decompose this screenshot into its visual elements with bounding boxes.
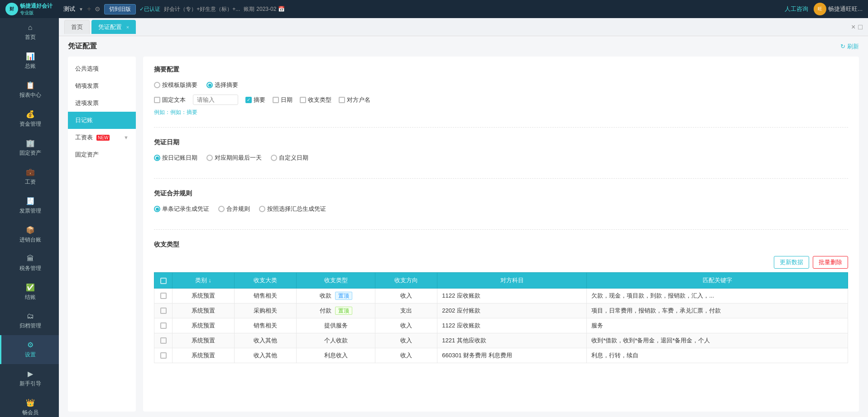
table-row: 系统预置 销售相关 提供服务 收入 1122 应收账款 服务 xyxy=(154,318,848,333)
sidebar-item-ledger[interactable]: 📊 总账 xyxy=(0,47,59,76)
batch-delete-button[interactable]: 批量删除 xyxy=(813,256,848,269)
settings-icon[interactable]: ⚙ xyxy=(95,5,101,13)
td-keywords: 收到*借款，收到*备用金，退回*备用金，个人 xyxy=(587,333,848,348)
topbar-right: 人工咨询 旺 畅捷通旺旺... xyxy=(785,3,863,15)
th-direction: 收支方向 xyxy=(375,273,437,289)
left-nav-public[interactable]: 公共选项 xyxy=(68,60,136,77)
tab-close-icon[interactable]: × xyxy=(126,24,129,30)
radio-period-last-day[interactable]: 对应期间最后一天 xyxy=(206,154,262,162)
checkbox-box-fixed xyxy=(154,97,160,103)
radio-single-record[interactable]: 单条记录生成凭证 xyxy=(154,205,209,213)
update-data-button[interactable]: 更新数据 xyxy=(774,256,809,269)
switch-version-button[interactable]: 切到旧版 xyxy=(104,4,136,14)
sidebar-item-label: 首页 xyxy=(25,33,36,41)
summary-checkbox-row: 固定文本 ✓ 摘要 日期 xyxy=(154,95,848,105)
sidebar-item-assets[interactable]: 🏢 固定资产 xyxy=(0,133,59,162)
date-section-title: 凭证日期 xyxy=(154,138,848,147)
left-nav: 公共选项 销项发票 进项发票 日记账 工资表 NEW ▼ xyxy=(68,57,136,412)
sidebar-item-archive[interactable]: 🗂 归档管理 xyxy=(0,307,59,335)
product-tags: 好会计（专）+好生意（标）+... xyxy=(164,5,240,13)
content-area: 首页 凭证配置 × × □ 凭证配置 ↻ 刷新 xyxy=(59,18,868,417)
td-type: 付款 置顶 xyxy=(297,303,375,318)
funds-icon: 💰 xyxy=(26,110,35,118)
radio-template-summary[interactable]: 按模板版摘要 xyxy=(154,81,197,89)
td-checkbox[interactable] xyxy=(154,289,173,303)
td-checkbox[interactable] xyxy=(154,318,173,333)
certified-badge: ✓已认证 xyxy=(139,5,160,13)
left-nav-journal[interactable]: 日记账 xyxy=(68,112,136,129)
left-nav-fixed-assets[interactable]: 固定资产 xyxy=(68,146,136,163)
td-category: 系统预置 xyxy=(173,303,235,318)
td-checkbox[interactable] xyxy=(154,348,173,363)
income-expense-table: 类别 ↓ 收支大类 收支类型 收支方向 对方科目 匹配关键字 xyxy=(154,272,848,363)
th-checkbox[interactable] xyxy=(154,273,173,289)
sidebar-item-home[interactable]: ⌂ 首页 xyxy=(0,18,59,47)
logo-icon: 财 xyxy=(5,3,18,15)
checkbox-date[interactable]: 日期 xyxy=(273,96,293,104)
fixed-text-input[interactable] xyxy=(193,95,238,105)
sidebar-item-member[interactable]: 👑 畅会员 xyxy=(0,393,59,417)
user-menu[interactable]: 旺 畅捷通旺旺... xyxy=(814,3,863,15)
sidebar-item-label: 归档管理 xyxy=(19,322,41,330)
ledger-icon: 📊 xyxy=(26,52,35,61)
td-keywords: 项目，日常费用，报销款，车费，承兑汇票，付款 xyxy=(587,303,848,318)
td-direction: 收入 xyxy=(375,318,437,333)
period-info: 账期 2023-02 📅 xyxy=(244,5,285,13)
checkbox-box-counterparty xyxy=(339,97,345,103)
tab-maximize-button[interactable]: □ xyxy=(858,23,863,31)
left-nav-salary[interactable]: 工资表 NEW ▼ xyxy=(68,129,136,146)
consult-button[interactable]: 人工咨询 xyxy=(785,5,808,13)
td-major: 收入其他 xyxy=(235,333,297,348)
member-icon: 👑 xyxy=(26,398,35,407)
sidebar-item-close-account[interactable]: ✅ 结账 xyxy=(0,278,59,307)
reports-icon: 📋 xyxy=(26,81,35,90)
td-direction: 收入 xyxy=(375,289,437,303)
page-title: 凭证配置 xyxy=(68,42,97,51)
left-nav-sales[interactable]: 销项发票 xyxy=(68,77,136,95)
radio-custom-date[interactable]: 自定义日期 xyxy=(271,154,308,162)
td-checkbox[interactable] xyxy=(154,333,173,348)
sidebar-item-guide[interactable]: ▶ 新手引导 xyxy=(0,364,59,393)
sidebar-item-salary[interactable]: 💼 工资 xyxy=(0,162,59,191)
radio-summary-generate[interactable]: 按照选择汇总生成凭证 xyxy=(259,205,326,213)
app-logo: 财 畅捷通好会计 专业版 xyxy=(5,2,60,16)
sidebar-item-funds[interactable]: 💰 资金管理 xyxy=(0,104,59,133)
sidebar-item-label: 新手引导 xyxy=(19,380,41,388)
left-nav-purchase[interactable]: 进项发票 xyxy=(68,95,136,112)
sidebar-item-label: 工资 xyxy=(25,178,36,186)
radio-select-summary[interactable]: 选择摘要 xyxy=(206,81,238,89)
checkbox-income-type[interactable]: 收支类型 xyxy=(300,96,331,104)
radio-journal-date[interactable]: 按日记账日期 xyxy=(154,154,197,162)
checkbox-counterparty[interactable]: 对方户名 xyxy=(339,96,370,104)
content-with-nav: 公共选项 销项发票 进项发票 日记账 工资表 NEW ▼ xyxy=(59,51,868,417)
calendar-icon[interactable]: 📅 xyxy=(278,6,285,12)
refresh-button[interactable]: ↻ 刷新 xyxy=(840,43,859,51)
dropdown-arrow-icon[interactable]: ▼ xyxy=(79,7,83,12)
tab-voucher-config[interactable]: 凭证配置 × xyxy=(91,20,136,34)
radio-summary-circle xyxy=(259,206,265,212)
td-checkbox[interactable] xyxy=(154,303,173,318)
tab-home[interactable]: 首页 xyxy=(64,20,90,34)
tab-minimize-button[interactable]: × xyxy=(851,23,855,31)
logo-text: 畅捷通好会计 专业版 xyxy=(20,2,53,16)
add-icon[interactable]: + xyxy=(87,5,91,13)
sidebar-item-settings[interactable]: ⚙ 设置 xyxy=(0,335,59,364)
td-type: 收款 置顶 xyxy=(297,289,375,303)
summary-section-title: 摘要配置 xyxy=(154,66,848,74)
radio-merge-rule[interactable]: 合并规则 xyxy=(218,205,250,213)
topbar: 财 畅捷通好会计 专业版 测试 ▼ + ⚙ 切到旧版 ✓已认证 好会计（专）+好… xyxy=(0,0,868,18)
close-account-icon: ✅ xyxy=(26,283,35,292)
sidebar-item-invoice[interactable]: 🧾 发票管理 xyxy=(0,191,59,220)
table-row: 系统预置 销售相关 收款 置顶 收入 1122 应收账款 欠款，现金，项目款，到… xyxy=(154,289,848,303)
th-subject: 对方科目 xyxy=(437,273,587,289)
page-content: 凭证配置 ↻ 刷新 公共选项 销项发票 进项发票 xyxy=(59,36,868,417)
sidebar-item-inventory[interactable]: 📦 进销台账 xyxy=(0,220,59,249)
th-type: 收支类型 xyxy=(297,273,375,289)
topbar-content: 测试 ▼ + ⚙ 切到旧版 ✓已认证 好会计（专）+好生意（标）+... 账期 … xyxy=(63,4,781,14)
sidebar-item-label: 总账 xyxy=(25,62,36,70)
td-subject: 1221 其他应收款 xyxy=(437,333,587,348)
sidebar-item-tax[interactable]: 🏛 税务管理 xyxy=(0,249,59,278)
checkbox-summary[interactable]: ✓ 摘要 xyxy=(245,96,265,104)
sidebar-item-reports[interactable]: 📋 报表中心 xyxy=(0,76,59,104)
checkbox-fixed-text[interactable]: 固定文本 xyxy=(154,96,186,104)
